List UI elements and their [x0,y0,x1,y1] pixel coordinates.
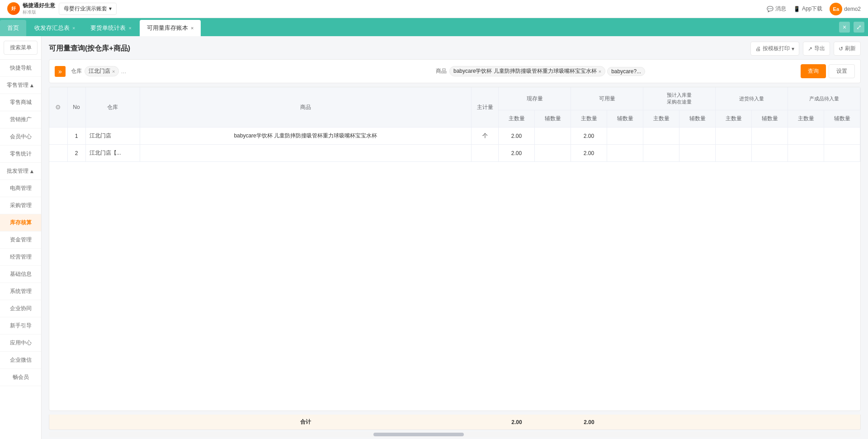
th-warehouse: 仓库 [85,87,140,127]
logo-subtitle: 标准版 [23,9,55,15]
td-incoming-aux-1 [752,145,788,162]
sidebar-item-purchase[interactable]: 采购管理 [0,197,41,214]
sidebar-item-member-plus[interactable]: 畅会员 [0,369,41,386]
sidebar-item-wechat[interactable]: 企业微信 [0,352,41,369]
td-available-aux-1 [607,145,643,162]
warehouse-tag-remove[interactable]: × [112,69,115,74]
tab-order-label: 要货单统计表 [90,24,126,32]
summary-purchase-aux [679,418,716,426]
td-stock-main-1: 2.00 [499,145,535,162]
tab-receive-summary[interactable]: 收发存汇总表 × [27,20,82,36]
warehouse-tag-0[interactable]: 江北门店 × [85,66,119,76]
message-btn[interactable]: 💬 消息 [767,5,786,13]
chevron-down-icon: ▾ [109,5,112,12]
sidebar-item-finance[interactable]: 资金管理 [0,231,41,249]
summary-stock-main: 2.00 [499,418,535,426]
th-stock-group: 现存量 [499,87,571,110]
logo-icon: 好 [7,2,20,15]
app-download-btn[interactable]: 📱 App下载 [793,5,822,13]
tab-available-label: 可用量库存账本 [147,24,188,32]
tab-home[interactable]: 首页 [0,20,26,36]
td-incoming-main-1 [716,145,752,162]
data-table: ⚙ No 仓库 商品 主计量 现存量 可用量 预计入库量采购在途量 进货待入量 … [49,87,860,162]
th-available-group: 可用量 [571,87,643,110]
close-window-btn[interactable]: × [839,22,850,33]
search-btn[interactable]: 查询 [801,64,826,78]
logo-area: 好 畅捷通好生意 标准版 [7,2,55,15]
search-menu-btn[interactable]: 搜索菜单 [4,41,38,55]
sidebar-item-retail-mall[interactable]: 零售商城 [0,94,41,111]
td-settings-0 [49,127,67,145]
top-bar-right: 💬 消息 📱 App下载 Ea demo2 [767,3,861,15]
main-layout: 搜索菜单 快捷导航 零售管理 ▲ 零售商城 营销推广 会员中心 零售统计 批发管… [0,36,868,439]
td-purchase-aux-0 [679,127,716,145]
page-header: 可用量查询(按仓库+商品) 🖨 按模板打印 ▾ ↗ 导出 ↺ 刷新 [42,36,868,59]
summary-empty-2 [85,418,140,426]
product-filter-group: 商品 babycare学饮杯 儿童防摔防撞吸管杯重力球吸嘴杯宝宝水杯 × bab… [436,66,795,76]
sidebar-search: 搜索菜单 [0,36,41,60]
scroll-thumb[interactable] [373,433,464,436]
maximize-btn[interactable]: ⤢ [854,22,864,33]
th-purchase-aux: 辅数量 [679,110,716,127]
phone-icon: 📱 [793,6,800,12]
th-purchase-group: 预计入库量采购在途量 [643,87,716,110]
product-tag-1[interactable]: babycare?... [607,67,645,76]
tab-receive-close[interactable]: × [72,25,75,31]
filter-more-btn[interactable]: … [121,68,126,75]
th-settings: ⚙ [49,87,67,127]
sidebar-item-members[interactable]: 会员中心 [0,128,41,146]
sidebar-item-retail-mgmt[interactable]: 零售管理 ▲ [0,77,41,94]
th-purchase-main: 主数量 [643,110,679,127]
th-unit: 主计量 [472,87,499,127]
export-btn[interactable]: ↗ 导出 [803,42,830,56]
industry-selector[interactable]: 母婴行业演示账套 ▾ [59,3,117,15]
tab-order-stats[interactable]: 要货单统计表 × [83,20,138,36]
tab-available-stock[interactable]: 可用量库存账本 × [140,20,201,36]
td-production-main-0 [788,127,824,145]
settings-btn[interactable]: 设置 [829,64,855,78]
settings-icon[interactable]: ⚙ [55,104,61,111]
td-production-main-1 [788,145,824,162]
td-incoming-main-0 [716,127,752,145]
tab-available-close[interactable]: × [191,25,193,31]
top-bar-left: 好 畅捷通好生意 标准版 母婴行业演示账套 ▾ [7,2,117,15]
nav-right-buttons: × ⤢ [839,22,864,33]
sidebar-item-marketing[interactable]: 营销推广 [0,111,41,128]
summary-production-aux [824,418,860,426]
summary-empty-1 [67,418,85,426]
summary-incoming-aux [752,418,788,426]
sidebar-item-cooperation[interactable]: 企业协同 [0,300,41,317]
sidebar-item-inventory[interactable]: 库存核算 [0,214,41,231]
sidebar-item-app-center[interactable]: 应用中心 [0,335,41,352]
td-production-aux-1 [824,145,860,162]
th-incoming-main: 主数量 [716,110,752,127]
th-no: No [67,87,85,127]
th-stock-main: 主数量 [499,110,535,127]
refresh-btn[interactable]: ↺ 刷新 [834,42,861,56]
sidebar-item-wholesale[interactable]: 批发管理 ▲ [0,163,41,180]
top-bar: 好 畅捷通好生意 标准版 母婴行业演示账套 ▾ 💬 消息 📱 App下载 Ea … [0,0,868,18]
sidebar-item-basic-info[interactable]: 基础信息 [0,266,41,283]
user-area[interactable]: Ea demo2 [830,3,861,15]
arrow-icon-2: ▲ [29,168,35,175]
summary-incoming-main [716,418,752,426]
sidebar-item-operations[interactable]: 经营管理 [0,249,41,266]
message-label: 消息 [775,5,786,13]
product-tag-0[interactable]: babycare学饮杯 儿童防摔防撞吸管杯重力球吸嘴杯宝宝水杯 × [449,66,605,76]
sidebar-item-quick-nav[interactable]: 快捷导航 [0,60,41,77]
sidebar-item-system[interactable]: 系统管理 [0,283,41,300]
filter-expand-btn[interactable]: » [55,66,66,77]
th-available-main: 主数量 [571,110,607,127]
sidebar-item-retail-stats[interactable]: 零售统计 [0,146,41,163]
summary-label: 合计 [140,418,472,426]
table-container: ⚙ No 仓库 商品 主计量 现存量 可用量 预计入库量采购在途量 进货待入量 … [49,87,861,411]
product-tag-0-remove[interactable]: × [599,69,601,74]
print-template-btn[interactable]: 🖨 按模板打印 ▾ [750,42,799,56]
username-label: demo2 [844,6,861,12]
tab-order-close[interactable]: × [128,25,131,31]
sidebar-item-guide[interactable]: 新手引导 [0,317,41,335]
product-filter-tags: babycare学饮杯 儿童防摔防撞吸管杯重力球吸嘴杯宝宝水杯 × babyca… [449,66,795,76]
th-product: 商品 [140,87,472,127]
horizontal-scrollbar[interactable] [49,432,861,437]
sidebar-item-ecommerce[interactable]: 电商管理 [0,180,41,197]
